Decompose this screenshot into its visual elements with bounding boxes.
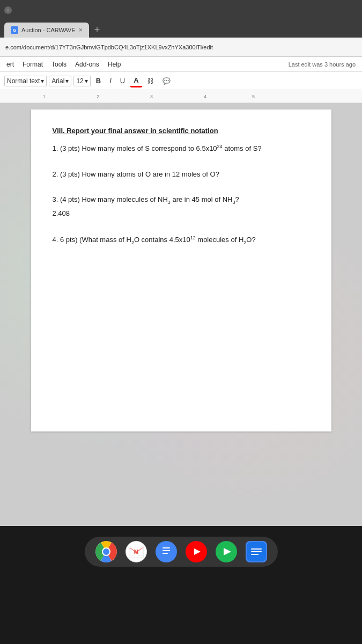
menu-item-addons[interactable]: Add-ons: [75, 61, 99, 68]
italic-label: I: [109, 77, 112, 85]
document-area[interactable]: VIII. Report your final answer in scient…: [0, 103, 362, 526]
size-chevron-icon: ▾: [85, 77, 88, 85]
close-label: ×: [6, 8, 10, 13]
q3-text-before: 3. (4 pts) How many molecules of NH: [53, 195, 168, 203]
q4-superscript: 12: [190, 235, 196, 240]
address-bar[interactable]: e.com/document/d/17YT3nGJbmviGTpdbCQ4L3o…: [0, 38, 362, 57]
menu-item-ert[interactable]: ert: [6, 61, 14, 68]
svg-text:M: M: [134, 549, 138, 555]
browser-screen: × G Auction - CARWAVE × + e.com/document…: [0, 0, 362, 526]
document-content: VIII. Report your final answer in scient…: [53, 126, 310, 246]
youtube-dock-icon[interactable]: [186, 541, 207, 562]
q3-text-after: ?: [235, 195, 239, 203]
bold-label: B: [96, 77, 101, 85]
q4-text-after: molecules of H: [196, 236, 244, 244]
ruler-tick-4: 4: [204, 94, 206, 99]
svg-rect-8: [162, 553, 168, 554]
active-tab[interactable]: G Auction - CARWAVE ×: [4, 23, 89, 38]
dock: M: [85, 537, 278, 567]
messages-dock-icon[interactable]: [246, 541, 267, 562]
bold-button[interactable]: B: [93, 75, 104, 86]
ruler: 1 2 3 4 5: [0, 90, 362, 103]
taskbar: M: [0, 526, 362, 644]
play-dock-icon[interactable]: [216, 541, 237, 562]
ruler-tick-5: 5: [252, 94, 255, 99]
svg-rect-7: [162, 550, 170, 551]
style-chevron-icon: ▾: [41, 77, 44, 85]
ruler-tick-1: 1: [43, 94, 46, 99]
close-button[interactable]: ×: [4, 6, 12, 14]
last-edit-label: Last edit was 3 hours ago: [289, 61, 356, 68]
svg-point-2: [103, 548, 109, 555]
gmail-dock-icon[interactable]: M: [125, 541, 147, 562]
size-dropdown[interactable]: 12 ▾: [73, 76, 90, 86]
menu-item-format[interactable]: Format: [23, 61, 43, 68]
question-1: 1. (3 pts) How many moles of S correspon…: [53, 143, 310, 154]
link-button[interactable]: ⛓: [144, 76, 157, 86]
svg-rect-15: [251, 551, 262, 552]
url-text: e.com/document/d/17YT3nGJbmviGTpdbCQ4L3o…: [5, 44, 213, 50]
document-page: VIII. Report your final answer in scient…: [31, 109, 331, 431]
tab-favicon: G: [11, 26, 18, 34]
new-tab-button[interactable]: +: [90, 22, 105, 38]
size-label: 12: [76, 77, 83, 85]
comment-icon: 💬: [162, 77, 171, 85]
docs-dock-icon[interactable]: [156, 541, 177, 562]
menu-item-help[interactable]: Help: [108, 61, 121, 68]
tab-bar: G Auction - CARWAVE × +: [0, 20, 362, 38]
q2-text: 2. (3 pts) How many atoms of O are in 12…: [53, 170, 219, 178]
question-2: 2. (3 pts) How many atoms of O are in 12…: [53, 169, 310, 180]
question-4: 4. 6 pts) (What mass of H2O contains 4.5…: [53, 235, 310, 246]
ruler-tick-2: 2: [97, 94, 99, 99]
q4-text-before: 4. 6 pts) (What mass of H: [53, 236, 131, 244]
svg-rect-6: [162, 547, 170, 548]
font-label: Arial: [51, 77, 64, 85]
tab-title: Auction - CARWAVE: [21, 27, 76, 33]
underline-button[interactable]: U: [117, 75, 128, 86]
question-4-text: 4. 6 pts) (What mass of H2O contains 4.5…: [53, 235, 310, 246]
tab-close-icon[interactable]: ×: [79, 26, 83, 34]
comment-button[interactable]: 💬: [159, 76, 174, 86]
ruler-tick-3: 3: [150, 94, 153, 99]
svg-rect-14: [251, 548, 262, 550]
color-label: A: [134, 76, 138, 84]
q3-text-mid: are in 45 mol of NH: [171, 195, 233, 203]
q1-superscript: 24: [217, 144, 223, 149]
font-color-button[interactable]: A: [130, 75, 142, 87]
q1-text-before: 1. (3 pts) How many moles of S correspon…: [53, 144, 217, 152]
gdocs-toolbar: Normal text ▾ Arial ▾ 12 ▾ B I U A ⛓ 💬: [0, 72, 362, 90]
browser-top-bar: ×: [0, 0, 362, 20]
gdocs-menu-bar: ert Format Tools Add-ons Help Last edit …: [0, 57, 362, 72]
q1-text-after: atoms of S?: [223, 144, 262, 152]
underline-label: U: [120, 77, 125, 85]
question-3-answer: 2.408: [53, 208, 310, 219]
style-dropdown[interactable]: Normal text ▾: [4, 76, 47, 86]
svg-rect-5: [160, 543, 173, 560]
font-chevron-icon: ▾: [65, 77, 69, 85]
question-1-text: 1. (3 pts) How many moles of S correspon…: [53, 143, 310, 154]
font-dropdown[interactable]: Arial ▾: [49, 76, 71, 86]
italic-button[interactable]: I: [106, 75, 115, 86]
question-2-text: 2. (3 pts) How many atoms of O are in 12…: [53, 169, 310, 180]
style-label: Normal text: [7, 77, 40, 85]
link-icon: ⛓: [147, 77, 154, 85]
question-3: 3. (4 pts) How many molecules of NH3 are…: [53, 194, 310, 219]
question-3-text: 3. (4 pts) How many molecules of NH3 are…: [53, 194, 310, 206]
q4-text-end: O?: [246, 236, 255, 244]
menu-item-tools[interactable]: Tools: [51, 61, 67, 68]
chrome-dock-icon[interactable]: [95, 541, 117, 562]
section-title: VIII. Report your final answer in scient…: [53, 126, 310, 137]
q4-text-mid: O contains 4.5x10: [134, 236, 190, 244]
svg-rect-16: [251, 554, 258, 555]
